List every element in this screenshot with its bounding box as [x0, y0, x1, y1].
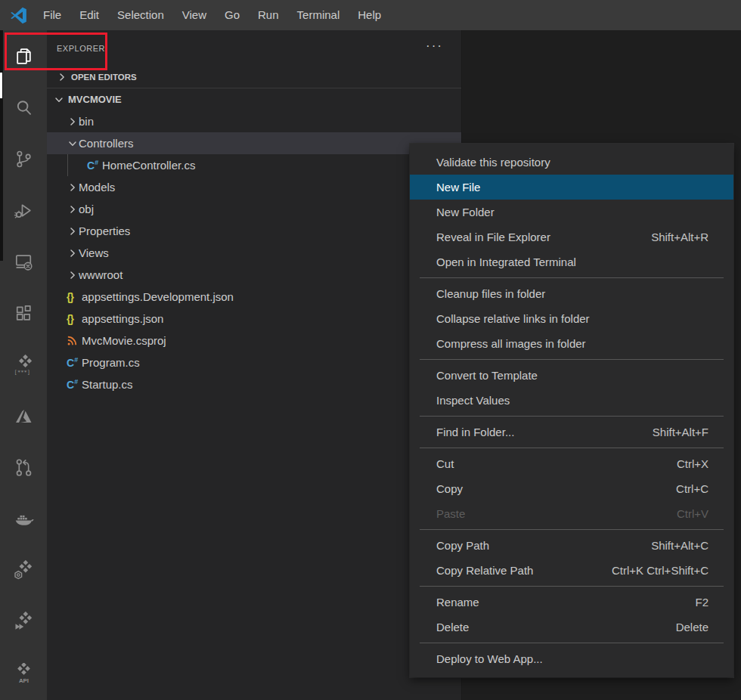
diamonds-chevrons-icon [14, 612, 34, 632]
menu-item-convert-to-template[interactable]: Convert to Template [410, 363, 733, 388]
menu-item-cleanup-files-in-folder[interactable]: Cleanup files in folder [410, 281, 733, 306]
menubar-item-view[interactable]: View [173, 0, 215, 30]
menu-item-reveal-in-file-explorer[interactable]: Reveal in File ExplorerShift+Alt+R [410, 225, 733, 249]
menu-separator [420, 643, 724, 643]
menu-separator [420, 416, 724, 417]
tree-item-label: MvcMovie.csproj [82, 334, 166, 347]
activity-item-source-control[interactable] [0, 133, 47, 184]
tree-item-label: appsettings.json [82, 312, 163, 325]
chevron-right-icon [56, 71, 68, 83]
json-file-icon: {} [67, 313, 82, 325]
activity-item-azure-play-ext[interactable] [0, 596, 47, 647]
tree-item-properties[interactable]: Properties [47, 220, 461, 242]
menu-item-cut[interactable]: CutCtrl+X [410, 451, 733, 476]
menubar-item-edit[interactable]: Edit [70, 0, 108, 30]
extensions-icon [14, 303, 34, 324]
tree-item-label: wwwroot [79, 268, 122, 281]
pull-request-icon [14, 457, 34, 478]
tree-item-wwwroot[interactable]: wwwroot [47, 264, 461, 286]
menu-item-collapse-relative-links-in-folder[interactable]: Collapse relative links in folder [410, 306, 733, 331]
activity-item-github-pull-requests[interactable] [0, 441, 47, 493]
tree-item-views[interactable]: Views [47, 242, 461, 264]
menu-item-new-file[interactable]: New File [410, 175, 733, 200]
menubar-item-file[interactable]: File [34, 0, 70, 30]
json-file-icon: {} [67, 291, 82, 303]
menu-item-compress-all-images-in-folder[interactable]: Compress all images in folder [410, 331, 733, 356]
menubar-item-help[interactable]: Help [349, 0, 390, 30]
run-debug-icon [14, 200, 34, 221]
tree-item-mvcmovie-csproj[interactable]: MvcMovie.csproj [47, 330, 461, 352]
activity-item-extensions[interactable] [0, 287, 47, 339]
source-control-icon [14, 149, 34, 169]
menu-item-copy-relative-path[interactable]: Copy Relative PathCtrl+K Ctrl+Shift+C [410, 558, 733, 583]
diamonds-brackets-icon: [***] [14, 355, 34, 375]
activity-item-azure-tools[interactable]: [***] [0, 339, 47, 390]
menu-item-rename[interactable]: RenameF2 [410, 590, 733, 615]
tree-item-models[interactable]: Models [47, 176, 461, 198]
tree-item-obj[interactable]: obj [47, 198, 461, 220]
menu-item-paste[interactable]: PasteCtrl+V [410, 501, 733, 526]
vscode-window: FileEditSelectionViewGoRunTerminalHelp [… [0, 0, 741, 700]
section-project-root[interactable]: MVCMOVIE [47, 88, 461, 110]
remote-explorer-icon [14, 252, 34, 272]
tree-item-label: Models [79, 181, 115, 194]
menu-separator [420, 529, 724, 530]
activity-item-azure[interactable] [0, 390, 47, 441]
menubar-item-run[interactable]: Run [249, 0, 288, 30]
menu-item-open-in-integrated-terminal[interactable]: Open in Integrated Terminal [410, 249, 733, 274]
svg-text:API: API [18, 677, 28, 683]
vscode-logo-icon [10, 7, 27, 24]
sidebar-header: EXPLORER ··· [47, 30, 461, 67]
activity-item-run-and-debug[interactable] [0, 184, 47, 236]
tree-item-appsettings-development-json[interactable]: {}appsettings.Development.json [47, 286, 461, 308]
tree-item-label: bin [79, 115, 94, 128]
menu-separator [420, 359, 724, 360]
diamonds-hexagon-icon [14, 560, 34, 581]
activity-bar: [***]API [0, 30, 47, 700]
files-icon [14, 46, 34, 67]
tree-item-label: Properties [79, 225, 130, 237]
activity-item-search[interactable] [0, 82, 47, 133]
menubar-item-terminal[interactable]: Terminal [288, 0, 349, 30]
tree-item-startup-cs[interactable]: C#Startup.cs [47, 373, 461, 395]
csharp-file-icon: C# [67, 357, 82, 369]
tree-item-homecontroller-cs[interactable]: C#HomeController.cs [47, 154, 461, 176]
active-view-indicator [0, 73, 2, 98]
activity-item-explorer[interactable] [0, 30, 47, 82]
menubar-item-selection[interactable]: Selection [108, 0, 173, 30]
context-menu: Validate this repositoryNew FileNew Fold… [410, 144, 733, 677]
csharp-file-icon: C# [67, 379, 82, 391]
menu-item-deploy-to-web-app[interactable]: Deploy to Web App... [410, 646, 733, 671]
title-bar: FileEditSelectionViewGoRunTerminalHelp [0, 0, 741, 30]
menu-item-copy[interactable]: CopyCtrl+C [410, 476, 733, 501]
activity-item-azure-hexagon-ext[interactable] [0, 544, 47, 596]
azure-logo-icon [14, 406, 34, 426]
tree-item-label: Views [79, 246, 109, 259]
activity-item-remote-explorer[interactable] [0, 236, 47, 287]
chevron-right-icon [67, 225, 79, 237]
activity-item-azure-api-ext[interactable]: API [0, 647, 47, 698]
chevron-right-icon [67, 203, 79, 215]
more-actions-icon[interactable]: ··· [426, 39, 443, 52]
menu-item-find-in-folder[interactable]: Find in Folder...Shift+Alt+F [410, 420, 733, 444]
chevron-right-icon [67, 116, 79, 128]
tree-item-controllers[interactable]: Controllers [47, 132, 461, 154]
tree-item-label: HomeController.cs [102, 159, 195, 172]
menu-item-new-folder[interactable]: New Folder [410, 200, 733, 225]
menu-item-inspect-values[interactable]: Inspect Values [410, 388, 733, 413]
menu-item-delete[interactable]: DeleteDelete [410, 615, 733, 640]
tree-item-label: appsettings.Development.json [82, 290, 234, 303]
tree-item-label: Controllers [79, 137, 134, 150]
tree-item-appsettings-json[interactable]: {}appsettings.json [47, 308, 461, 330]
tree-item-label: Program.cs [82, 356, 140, 369]
tree-item-bin[interactable]: bin [47, 110, 461, 132]
menubar-item-go[interactable]: Go [215, 0, 249, 30]
chevron-right-icon [67, 181, 79, 194]
section-open-editors[interactable]: OPEN EDITORS [47, 67, 461, 88]
menu-item-copy-path[interactable]: Copy PathShift+Alt+C [410, 533, 733, 558]
activity-item-docker[interactable] [0, 493, 47, 544]
chevron-down-icon [67, 138, 79, 150]
tree-item-program-cs[interactable]: C#Program.cs [47, 352, 461, 373]
search-icon [14, 98, 34, 118]
menu-item-validate-this-repository[interactable]: Validate this repository [410, 150, 733, 175]
